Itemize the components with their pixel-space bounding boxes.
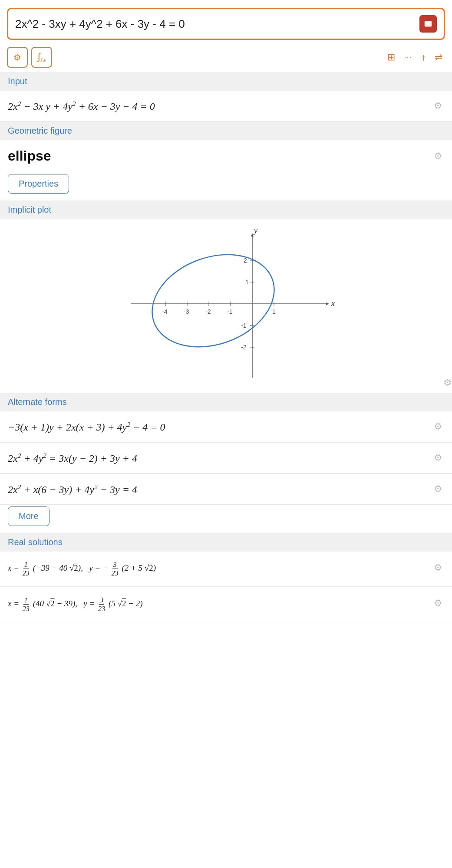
input-formula-row: 2x2 − 3x y + 4y2 + 6x − 3y − 4 = 0 ⚙: [0, 91, 452, 122]
geometric-figure-row: ellipse ⚙: [0, 140, 452, 172]
implicit-plot-header: Implicit plot: [0, 201, 452, 219]
alternate-form-2: 2x2 + x(6 − 3y) + 4y2 − 3y = 4: [8, 483, 432, 496]
alternate-form-2-gear[interactable]: ⚙: [432, 482, 444, 496]
implicit-plot-svg: x y -4 -3 -2 -1 1 2 1: [118, 228, 335, 384]
properties-button[interactable]: Properties: [8, 174, 69, 194]
alternate-forms-header: Alternate forms: [0, 393, 452, 411]
gear-toolbar-button[interactable]: ⚙: [7, 47, 28, 68]
x-tick--2: -2: [205, 308, 211, 315]
integral-icon: ∫Σa: [38, 51, 46, 63]
grid-icon: ⊞: [387, 52, 395, 63]
x-axis-label: x: [331, 299, 335, 308]
input-bar: [7, 8, 445, 40]
dots-button[interactable]: ⋯: [401, 50, 415, 65]
real-solution-0: x = 1 23 (−39 − 40 √2), y = − 3 23 (2 + …: [8, 560, 432, 578]
x-tick--1: -1: [227, 308, 233, 315]
alternate-form-1: 2x2 + 4y2 = 3x(y − 2) + 3y + 4: [8, 452, 432, 464]
more-button[interactable]: More: [8, 506, 49, 526]
geometric-figure-gear[interactable]: ⚙: [432, 149, 444, 164]
input-formula-gear[interactable]: ⚙: [432, 99, 444, 113]
x-tick--4: -4: [162, 308, 168, 315]
y-axis-label: y: [253, 228, 257, 235]
integral-toolbar-button[interactable]: ∫Σa: [31, 47, 52, 68]
x-tick--3: -3: [184, 308, 189, 315]
y-tick--1: -1: [241, 322, 247, 329]
real-solution-row-1: x = 1 23 (40 √2 − 39), y = 3 23 (5 √2 − …: [0, 587, 452, 622]
properties-btn-container: Properties: [0, 172, 452, 201]
clear-icon: [423, 19, 433, 29]
more-btn-container: More: [0, 505, 452, 533]
real-solution-row-0: x = 1 23 (−39 − 40 √2), y = − 3 23 (2 + …: [0, 552, 452, 587]
ellipse-curve: [139, 238, 287, 363]
clear-button[interactable]: [419, 15, 437, 33]
geometric-figure-value: ellipse: [8, 148, 432, 164]
svg-marker-6: [251, 233, 254, 237]
upload-button[interactable]: ↑: [419, 49, 429, 66]
plot-container: x y -4 -3 -2 -1 1 2 1: [0, 219, 452, 393]
alternate-form-row-1: 2x2 + 4y2 = 3x(y − 2) + 3y + 4 ⚙: [0, 443, 452, 473]
toolbar: ⚙ ∫Σa ⊞ ⋯ ↑ ⇌: [0, 44, 452, 72]
y-tick-2: 2: [244, 257, 247, 264]
alternate-form-1-gear[interactable]: ⚙: [432, 450, 444, 465]
real-solution-1-gear[interactable]: ⚙: [432, 596, 444, 611]
plot-area: x y -4 -3 -2 -1 1 2 1: [8, 224, 444, 388]
shuffle-button[interactable]: ⇌: [432, 49, 445, 66]
geometric-figure-header: Geometric figure: [0, 122, 452, 140]
gear-toolbar-icon: ⚙: [13, 52, 21, 62]
dots-icon: ⋯: [404, 53, 412, 62]
alternate-form-row-0: −3(x + 1)y + 2x(x + 3) + 4y2 − 4 = 0 ⚙: [0, 411, 452, 442]
input-section-header: Input: [0, 72, 452, 91]
alternate-form-0: −3(x + 1)y + 2x(x + 3) + 4y2 − 4 = 0: [8, 421, 432, 433]
alternate-form-0-gear[interactable]: ⚙: [432, 419, 444, 434]
equation-input[interactable]: [15, 17, 419, 31]
input-formula: 2x2 − 3x y + 4y2 + 6x − 3y − 4 = 0: [8, 100, 432, 112]
real-solution-0-gear[interactable]: ⚙: [432, 560, 444, 575]
grid-button[interactable]: ⊞: [385, 49, 398, 66]
svg-marker-5: [326, 302, 329, 305]
plot-gear-button[interactable]: ⚙: [443, 377, 452, 388]
input-bar-wrapper: [0, 0, 452, 44]
x-tick-1: 1: [272, 308, 276, 315]
alternate-form-row-2: 2x2 + x(6 − 3y) + 4y2 − 3y = 4 ⚙: [0, 474, 452, 505]
real-solutions-header: Real solutions: [0, 533, 452, 552]
shuffle-icon: ⇌: [435, 52, 442, 63]
real-solution-1: x = 1 23 (40 √2 − 39), y = 3 23 (5 √2 − …: [8, 596, 432, 613]
y-tick-1: 1: [245, 279, 249, 286]
y-tick--2: -2: [241, 344, 247, 351]
upload-icon: ↑: [421, 52, 426, 63]
